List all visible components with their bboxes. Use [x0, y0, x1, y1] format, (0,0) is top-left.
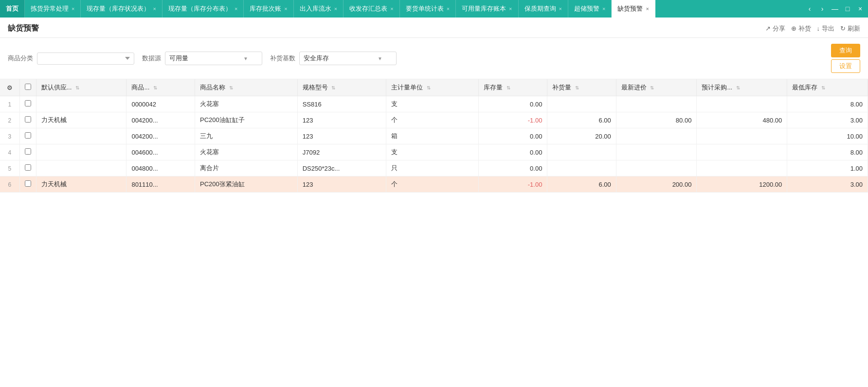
data-table: ⚙ 默认供应... ⇅ 商品... ⇅ 商品名称 ⇅	[0, 79, 868, 193]
row-replenish-qty-1: 6.00	[547, 112, 616, 128]
row-code-1: 004200...	[127, 112, 195, 128]
tab-close-receive-summary[interactable]: ×	[390, 6, 393, 12]
query-button[interactable]: 查询	[831, 44, 860, 57]
tab-close-inventory-status[interactable]: ×	[153, 6, 156, 12]
tab-receive-summary[interactable]: 收发存汇总表 ×	[344, 0, 399, 18]
row-num-cell-0: 1	[0, 96, 19, 112]
row-code-3: 004600...	[127, 144, 195, 160]
row-stock-qty-0: 0.00	[479, 96, 547, 112]
sort-icon-replenish: ⇅	[575, 85, 579, 90]
row-checkbox-0[interactable]	[25, 100, 31, 106]
tab-abnormal[interactable]: 拣货异常处理 ×	[25, 0, 81, 18]
replenish-base-select[interactable]: 安全库存 ▼	[299, 52, 397, 65]
tab-close-available-ledger[interactable]: ×	[509, 6, 512, 12]
tab-close-expiry-query[interactable]: ×	[559, 6, 562, 12]
datasource-chevron-icon: ▼	[243, 56, 248, 61]
row-code-2: 004200...	[127, 128, 195, 144]
replenish-button[interactable]: ⊕ 补货	[791, 24, 811, 33]
row-checkbox-cell-5[interactable]	[19, 176, 36, 193]
tab-close-batch-account[interactable]: ×	[284, 6, 287, 12]
row-name-3: 火花塞	[195, 144, 297, 160]
row-replenish-qty-3	[547, 144, 616, 160]
row-replenish-qty-0	[547, 96, 616, 112]
th-latest-price[interactable]: 最新进价 ⇅	[616, 79, 697, 96]
filter-row: 商品分类 数据源 可用量 ▼ 补货基数 安全库存 ▼ 查询 设置	[0, 38, 868, 79]
tab-close-inout-flow[interactable]: ×	[334, 6, 337, 12]
row-checkbox-3[interactable]	[25, 148, 31, 155]
table-body: 1 0000042 火花塞 SS816 支 0.00 8.00 2 力天机械 0…	[0, 96, 868, 193]
row-checkbox-2[interactable]	[25, 132, 31, 139]
tab-overstock[interactable]: 超储预警 ×	[568, 0, 612, 18]
settings-button[interactable]: 设置	[831, 59, 860, 73]
tab-inventory-dist[interactable]: 现存量（库存分布表） ×	[163, 0, 244, 18]
th-goods-code[interactable]: 商品... ⇅	[127, 79, 195, 96]
tab-close-inventory-dist[interactable]: ×	[235, 6, 237, 12]
row-checkbox-4[interactable]	[25, 164, 31, 171]
row-stock-qty-5: -1.00	[479, 176, 547, 193]
row-checkbox-cell-1[interactable]	[19, 112, 36, 128]
page-header: 缺货预警 ↗ 分享 ⊕ 补货 ↓ 导出 ↻ 刷新	[0, 18, 868, 38]
tab-order-stats[interactable]: 要货单统计表 ×	[400, 0, 456, 18]
tab-home[interactable]: 首页	[0, 0, 25, 18]
row-checkbox-cell-3[interactable]	[19, 144, 36, 160]
row-spec-1: 123	[297, 112, 386, 128]
sort-icon-name: ⇅	[229, 85, 233, 90]
row-stock-qty-3: 0.00	[479, 144, 547, 160]
window-maximize[interactable]: □	[842, 3, 853, 15]
row-checkbox-1[interactable]	[25, 116, 31, 123]
tab-close-order-stats[interactable]: ×	[447, 6, 450, 12]
row-unit-3: 支	[386, 144, 479, 160]
th-min-stock[interactable]: 最低库存 ⇅	[787, 79, 868, 96]
th-stock-qty[interactable]: 库存量 ⇅	[479, 79, 547, 96]
th-spec[interactable]: 规格型号 ⇅	[297, 79, 386, 96]
row-unit-4: 只	[386, 160, 479, 176]
replenish-base-chevron-icon: ▼	[378, 56, 382, 61]
row-supplier-0	[36, 96, 127, 112]
tab-inout-flow[interactable]: 出入库流水 ×	[294, 0, 344, 18]
row-supplier-1: 力天机械	[36, 112, 127, 128]
row-latest-price-1: 80.00	[616, 112, 697, 128]
refresh-button[interactable]: ↻ 刷新	[840, 24, 860, 33]
category-select[interactable]	[37, 53, 134, 65]
row-checkbox-cell-0[interactable]	[19, 96, 36, 112]
share-icon: ↗	[765, 25, 771, 32]
datasource-select[interactable]: 可用量 ▼	[165, 52, 262, 65]
share-button[interactable]: ↗ 分享	[765, 24, 785, 33]
tab-expiry-query[interactable]: 保质期查询 ×	[519, 0, 568, 18]
select-all-checkbox[interactable]	[25, 84, 31, 90]
tab-close-shortage[interactable]: ×	[646, 6, 649, 12]
row-min-stock-0: 8.00	[787, 96, 868, 112]
row-checkbox-5[interactable]	[25, 180, 31, 187]
row-number: 1	[8, 101, 11, 108]
tab-close-abnormal[interactable]: ×	[72, 6, 74, 12]
tab-shortage[interactable]: 缺货预警 ×	[612, 0, 655, 18]
tab-close-overstock[interactable]: ×	[602, 6, 605, 12]
tab-scroll-right[interactable]: ›	[816, 3, 828, 15]
row-name-4: 离合片	[195, 160, 297, 176]
tab-available-ledger[interactable]: 可用量库存账本 ×	[456, 0, 518, 18]
th-estimated-purchase[interactable]: 预计采购... ⇅	[697, 79, 787, 96]
tab-batch-account[interactable]: 库存批次账 ×	[244, 0, 293, 18]
sort-icon-supplier: ⇅	[75, 85, 79, 90]
window-close[interactable]: ×	[854, 3, 866, 15]
th-checkbox[interactable]	[19, 79, 36, 96]
th-unit[interactable]: 主计量单位 ⇅	[386, 79, 479, 96]
row-latest-price-0	[616, 96, 697, 112]
th-default-supplier[interactable]: 默认供应... ⇅	[36, 79, 127, 96]
row-checkbox-cell-2[interactable]	[19, 128, 36, 144]
row-spec-0: SS816	[297, 96, 386, 112]
row-checkbox-cell-4[interactable]	[19, 160, 36, 176]
export-button[interactable]: ↓ 导出	[817, 24, 835, 33]
row-estimated-purchase-0	[697, 96, 787, 112]
th-replenish-qty[interactable]: 补货量 ⇅	[547, 79, 616, 96]
tab-nav-controls: ‹ › — □ ×	[802, 3, 868, 15]
window-minimize[interactable]: —	[829, 3, 841, 15]
sort-icon-unit: ⇅	[427, 85, 431, 90]
row-estimated-purchase-5: 1200.00	[697, 176, 787, 193]
th-goods-name[interactable]: 商品名称 ⇅	[195, 79, 297, 96]
row-code-5: 801110...	[127, 176, 195, 193]
tab-scroll-left[interactable]: ‹	[804, 3, 815, 15]
tab-inventory-status[interactable]: 现存量（库存状况表） ×	[81, 0, 162, 18]
row-latest-price-5: 200.00	[616, 176, 697, 193]
th-gear[interactable]: ⚙	[0, 79, 19, 96]
